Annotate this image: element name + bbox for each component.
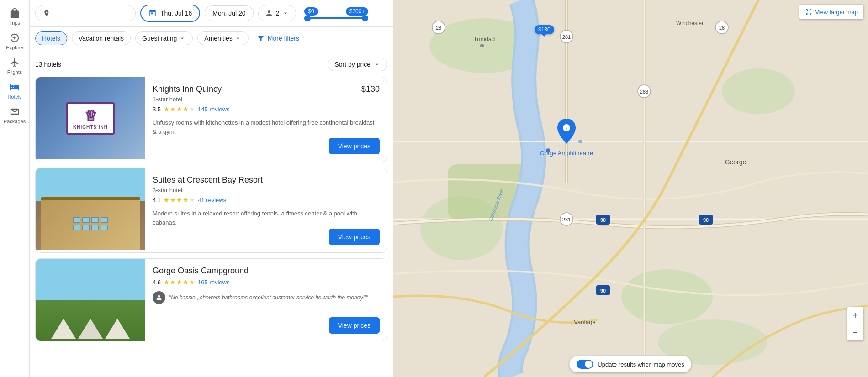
star-5-empty: ★ — [189, 196, 195, 204]
svg-text:Trinidad: Trinidad — [474, 36, 495, 42]
price-slider[interactable] — [304, 17, 368, 19]
view-larger-map-btn[interactable]: View larger map — [799, 5, 863, 19]
svg-text:Vantage: Vantage — [574, 319, 595, 325]
knights-inn-sign: ♕ KNIGHTS INN — [66, 102, 115, 135]
svg-text:♪: ♪ — [566, 126, 568, 131]
rating-number-2: 4.1 — [153, 197, 161, 204]
sidebar-item-flights-label: Flights — [7, 69, 22, 75]
reviews-link-2[interactable]: 41 reviews — [198, 197, 226, 204]
guests-btn[interactable]: 2 — [258, 5, 296, 21]
filters-bar: Hotels Vacation rentals Guest rating Ame… — [30, 27, 393, 50]
svg-point-34 — [480, 44, 484, 47]
stars-row-3: 4.6 ★ ★ ★ ★ ★ 165 reviews — [153, 278, 380, 286]
update-results-label: Update results when map moves — [598, 361, 684, 368]
sidebar-item-flights[interactable]: Flights — [0, 54, 29, 79]
svg-text:George: George — [725, 158, 746, 166]
hotel-card-crescent-bay[interactable]: Suites at Crescent Bay Resort 3-star hot… — [35, 168, 387, 253]
sidebar-item-explore[interactable]: Explore — [0, 29, 29, 54]
zoom-in-btn[interactable]: + — [847, 307, 863, 324]
sidebar-item-packages[interactable]: Packages — [0, 103, 29, 128]
hotel-name-price-row: Knights Inn Quincy $130 — [153, 84, 380, 94]
hotels-filter-chip[interactable]: Hotels — [35, 31, 67, 45]
reviewer-row: "No hassle , showers bathrooms excellent… — [153, 291, 380, 304]
more-filters-btn[interactable]: More filters — [253, 31, 303, 45]
chevron-down-icon — [282, 10, 289, 17]
map-svg: 28 281 283 281 90 90 90 Trinidad Winches… — [393, 0, 868, 377]
stars-row: 3.5 ★ ★ ★ ★ ★ 145 reviews — [153, 105, 380, 113]
hotels-filter-label: Hotels — [42, 35, 60, 42]
svg-point-3 — [621, 269, 713, 324]
reviews-link-3[interactable]: 165 reviews — [198, 279, 229, 286]
price-range-filter: $0 $300+ — [304, 7, 368, 19]
hotel-info-gorge-oasis: Gorge Oasis Campground 4.6 ★ ★ ★ ★ ★ 165… — [145, 259, 387, 341]
zoom-out-btn[interactable]: − — [847, 324, 863, 340]
svg-text:281: 281 — [562, 34, 571, 40]
tent-3 — [105, 319, 130, 339]
svg-text:281: 281 — [562, 217, 571, 222]
svg-point-39 — [546, 148, 550, 153]
svg-text:28: 28 — [719, 25, 725, 31]
hotel-image-gorge-oasis — [36, 259, 145, 341]
star-1: ★ — [164, 105, 169, 113]
chevron-down-icon-2 — [234, 35, 242, 42]
view-prices-btn-gorge-oasis[interactable]: View prices — [329, 317, 380, 334]
location-input[interactable]: Gorge Amphitheatre — [54, 10, 128, 17]
sort-button[interactable]: Sort by price — [328, 58, 387, 71]
sidebar-item-hotels[interactable]: Hotels — [0, 79, 29, 103]
svg-text:90: 90 — [600, 217, 606, 223]
view-prices-btn-knights-inn[interactable]: View prices — [329, 138, 380, 154]
sort-label: Sort by price — [334, 61, 370, 68]
inn-sign-text: KNIGHTS INN — [73, 125, 108, 130]
building-graphic — [41, 197, 140, 250]
topbar: Gorge Amphitheatre Thu, Jul 16 Mon, Jul … — [30, 0, 393, 27]
location-search[interactable]: Gorge Amphitheatre — [35, 5, 136, 21]
hotel-description: Unfussy rooms with kitchenettes in a mod… — [153, 118, 380, 136]
svg-text:283: 283 — [640, 89, 648, 94]
checkout-date-btn[interactable]: Mon, Jul 20 — [205, 5, 253, 21]
hotel-stars-label-2: 3-star hotel — [153, 187, 380, 194]
price-pin-value: $130 — [538, 26, 550, 33]
reviewer-avatar-icon — [155, 294, 163, 301]
hotel-price: $130 — [361, 84, 380, 94]
filter-icon — [257, 34, 265, 42]
map-zoom-controls: + − — [847, 307, 863, 340]
hotel-name: Knights Inn Quincy — [153, 84, 222, 94]
svg-text:Winchester: Winchester — [676, 20, 704, 26]
star-4: ★ — [183, 196, 189, 204]
sort-chevron-icon — [373, 61, 381, 68]
star-4: ★ — [183, 278, 189, 286]
update-results-toggle[interactable] — [577, 360, 593, 369]
star-rating: ★ ★ ★ ★ ★ — [164, 105, 195, 113]
hotel-name-price-row-2: Suites at Crescent Bay Resort — [153, 175, 380, 185]
hotel-card-gorge-oasis[interactable]: Gorge Oasis Campground 4.6 ★ ★ ★ ★ ★ 165… — [35, 258, 387, 341]
star-rating-2: ★ ★ ★ ★ ★ — [164, 196, 195, 204]
calendar-icon — [148, 9, 157, 17]
tent-2 — [78, 319, 103, 339]
guest-rating-filter-chip[interactable]: Guest rating — [135, 31, 193, 45]
vacation-rentals-filter-label: Vacation rentals — [79, 35, 124, 42]
amenities-filter-chip[interactable]: Amenities — [197, 31, 248, 45]
reviews-link[interactable]: 145 reviews — [198, 106, 229, 113]
view-prices-btn-crescent-bay[interactable]: View prices — [329, 229, 380, 245]
price-pin[interactable]: $130 — [535, 25, 554, 34]
sidebar-item-trips[interactable]: Trips — [0, 5, 29, 29]
chevron-down-icon — [179, 35, 186, 42]
main-content: Gorge Amphitheatre Thu, Jul 16 Mon, Jul … — [30, 0, 393, 377]
svg-text:90: 90 — [703, 217, 709, 223]
checkin-date-label: Thu, Jul 16 — [160, 10, 192, 17]
star-2: ★ — [170, 196, 176, 204]
checkin-date-btn[interactable]: Thu, Jul 16 — [140, 5, 200, 22]
guests-count: 2 — [276, 10, 280, 17]
map-area: 28 281 283 281 90 90 90 Trinidad Winches… — [393, 0, 868, 377]
star-3: ★ — [176, 278, 182, 286]
trips-icon — [10, 8, 20, 18]
star-5: ★ — [189, 278, 195, 286]
reviewer-avatar — [153, 291, 165, 304]
hotel-card-knights-inn[interactable]: ♕ KNIGHTS INN Knights Inn Quincy $130 1-… — [35, 77, 387, 162]
price-max-badge: $300+ — [346, 7, 369, 16]
hotel-name-price-row-3: Gorge Oasis Campground — [153, 266, 380, 276]
vacation-rentals-filter-chip[interactable]: Vacation rentals — [72, 31, 131, 45]
amenities-filter-label: Amenities — [204, 35, 232, 42]
star-2: ★ — [170, 105, 176, 113]
svg-point-40 — [578, 140, 582, 143]
